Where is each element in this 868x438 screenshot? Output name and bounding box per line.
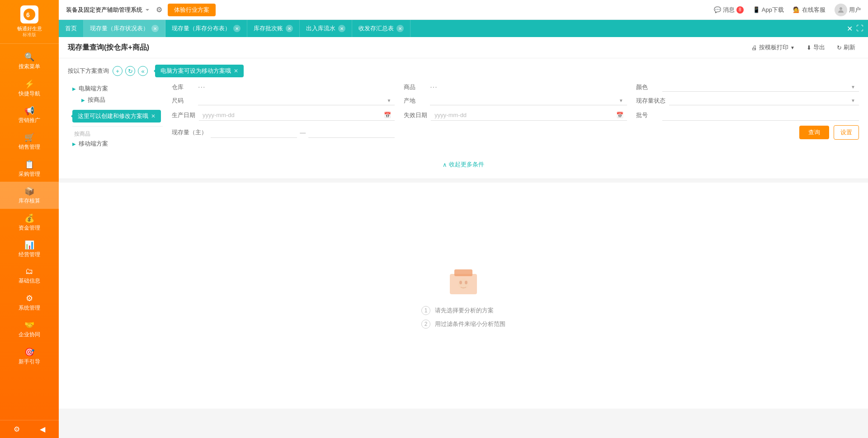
tab-inventory-dist-close[interactable]: ✕ <box>233 25 241 32</box>
refresh-label: 刷新 <box>844 43 855 52</box>
scheme-edit-tooltip-close[interactable]: ✕ <box>151 113 156 119</box>
tab-inventory-status-close[interactable]: ✕ <box>151 25 159 32</box>
tab-fullscreen-btn[interactable]: ⛶ <box>856 24 863 33</box>
header-left: 装备及固定资产辅助管理系统 ⚙ 体验行业方案 <box>66 4 216 16</box>
scheme-desktop-header[interactable]: ▶ 电脑端方案 <box>72 83 163 94</box>
scheme-mobile-tooltip-text: 电脑方案可设为移动方案哦 <box>160 67 231 75</box>
sidebar-item-system[interactable]: ⚙ 系统管理 <box>0 289 59 316</box>
sidebar-item-basic[interactable]: 🗂 基础信息 <box>0 262 59 288</box>
exp-date-input[interactable]: yyyy-mm-dd 📅 <box>431 110 627 121</box>
stock-min-input[interactable] <box>211 127 297 138</box>
empty-state: 1 请先选择要分析的方案 2 用过滤条件来缩小分析范围 <box>421 263 505 329</box>
sidebar-item-search[interactable]: 🔍 搜索菜单 <box>0 47 59 74</box>
app-download-label: App下载 <box>762 6 784 14</box>
sidebar-label-system: 系统管理 <box>19 305 40 311</box>
user-btn[interactable]: 用户 <box>835 4 861 16</box>
sales-icon: 🛒 <box>24 132 34 142</box>
prod-date-calendar-icon[interactable]: 📅 <box>384 112 391 118</box>
refresh-icon: ↻ <box>837 44 842 51</box>
sidebar-item-quick-nav[interactable]: ⚡ 快捷导航 <box>0 75 59 101</box>
chevron-right-icon-mobile: ▶ <box>72 141 76 146</box>
sidebar-item-operations[interactable]: 📊 经营管理 <box>0 235 59 262</box>
sidebar-collapse-btn[interactable]: ◀ <box>40 425 45 433</box>
tab-inventory-dist[interactable]: 现存量（库存分布表） ✕ <box>165 20 247 37</box>
color-select-arrow: ▼ <box>851 85 855 89</box>
batch-input[interactable] <box>662 110 859 121</box>
goods-dots[interactable]: ··· <box>430 83 437 91</box>
sidebar-item-enterprise[interactable]: 🤝 企业协同 <box>0 316 59 342</box>
sidebar-item-marketing[interactable]: 📢 营销推广 <box>0 101 59 128</box>
message-btn[interactable]: 💬 消息 8 <box>714 6 744 14</box>
color-select[interactable]: ▼ <box>662 83 859 92</box>
filter-warehouse: 仓库 ··· <box>172 83 395 91</box>
sidebar-label-marketing: 营销推广 <box>19 117 40 123</box>
scheme-edit-tooltip-text: 这里可以创建和修改方案哦 <box>78 112 148 120</box>
tab-inventory-status[interactable]: 现存量（库存状况表） ✕ <box>84 20 165 37</box>
stock-status-select[interactable]: ▼ <box>669 96 859 105</box>
filter-row-2: 尺码 ▼ 产地 ▼ <box>172 96 859 105</box>
system-icon: ⚙ <box>26 293 33 303</box>
system-selector[interactable]: 装备及固定资产辅助管理系统 <box>66 6 151 14</box>
sidebar-item-purchase[interactable]: 📋 采购管理 <box>0 155 59 182</box>
filter-header: 按以下方案查询 + ↻ « 电脑方案可设为移动方案哦 ✕ <box>68 65 859 77</box>
message-badge: 8 <box>736 6 744 14</box>
filter-add-btn[interactable]: + <box>113 66 123 76</box>
stock-max-input[interactable] <box>308 127 395 138</box>
sidebar-settings-btn[interactable]: ⚙ <box>14 425 20 433</box>
stock-range-sep: — <box>300 129 306 136</box>
empty-step-1: 1 请先选择要分析的方案 <box>421 306 505 315</box>
tab-home[interactable]: 首页 <box>59 20 84 37</box>
origin-label: 产地 <box>404 97 426 105</box>
export-btn[interactable]: ⬇ 导出 <box>803 42 829 53</box>
set-btn[interactable]: 设置 <box>834 125 859 140</box>
scheme-edit-tooltip-wrapper: 这里可以创建和修改方案哦 ✕ <box>72 110 163 122</box>
print-btn[interactable]: 🖨 按模板打印 ▼ <box>748 42 798 53</box>
scheme-desktop-sub[interactable]: ▶ 按商品 <box>81 94 163 105</box>
sidebar-item-finance[interactable]: 💰 资金管理 <box>0 209 59 235</box>
logo-text: 畅通好生意 <box>17 25 42 32</box>
sidebar-label-inventory: 库存核算 <box>19 198 40 204</box>
header-settings-btn[interactable]: ⚙ <box>156 5 162 14</box>
tab-close-all-btn[interactable]: ✕ <box>847 24 853 33</box>
color-label: 颜色 <box>636 83 659 91</box>
app-download-btn[interactable]: 📱 App下载 <box>753 6 784 14</box>
sidebar-item-newbie[interactable]: 🎯 新手引导 <box>0 343 59 369</box>
industry-btn[interactable]: 体验行业方案 <box>168 4 216 16</box>
online-service-btn[interactable]: 💁 在线客服 <box>793 6 826 14</box>
filter-refresh-scheme-btn[interactable]: ↻ <box>125 66 135 76</box>
filter-origin: 产地 ▼ <box>404 96 627 105</box>
prod-date-input[interactable]: yyyy-mm-dd 📅 <box>199 110 395 121</box>
finance-icon: 💰 <box>24 213 34 223</box>
tab-home-label: 首页 <box>65 24 77 33</box>
sidebar-label-quick-nav: 快捷导航 <box>19 90 40 97</box>
svg-point-6 <box>459 281 462 284</box>
message-icon: 💬 <box>714 6 721 13</box>
page-header-actions: 🖨 按模板打印 ▼ ⬇ 导出 ↻ 刷新 <box>748 42 859 53</box>
size-select[interactable]: ▼ <box>198 96 395 105</box>
origin-select[interactable]: ▼ <box>430 96 627 105</box>
tab-in-out-flow-close[interactable]: ✕ <box>338 25 345 32</box>
sidebar-item-inventory[interactable]: 📦 库存核算 <box>0 182 59 208</box>
tab-batch-ledger-label: 库存批次账 <box>254 24 283 33</box>
sidebar-logo: 6 畅通好生意 标准版 <box>0 0 59 44</box>
scheme-mobile-tooltip-close[interactable]: ✕ <box>234 68 238 74</box>
tab-batch-ledger[interactable]: 库存批次账 ✕ <box>247 20 300 37</box>
scheme-mobile-header[interactable]: ▶ 移动端方案 <box>72 138 163 150</box>
header-right: 💬 消息 8 📱 App下载 💁 在线客服 用户 <box>714 4 861 16</box>
tab-recv-summary-close[interactable]: ✕ <box>396 25 404 32</box>
tab-recv-summary[interactable]: 收发存汇总表 ✕ <box>352 20 410 37</box>
warehouse-dots[interactable]: ··· <box>198 83 205 91</box>
scheme-panel: ▶ 电脑端方案 ▶ 按商品 这里可以创建和修改方案哦 ✕ <box>72 83 163 152</box>
query-btn[interactable]: 查询 <box>799 126 829 139</box>
filter-collapse-btn[interactable]: ∧ 收起更多条件 <box>68 157 859 172</box>
prod-date-label: 生产日期 <box>172 111 195 119</box>
refresh-btn[interactable]: ↻ 刷新 <box>833 42 859 53</box>
exp-date-calendar-icon[interactable]: 📅 <box>616 112 623 118</box>
tab-in-out-flow[interactable]: 出入库流水 ✕ <box>300 20 352 37</box>
step-1-text: 请先选择要分析的方案 <box>435 306 494 315</box>
filter-back-btn[interactable]: « <box>138 66 148 76</box>
sidebar-item-sales[interactable]: 🛒 销售管理 <box>0 128 59 155</box>
stock-status-select-arrow: ▼ <box>851 98 855 103</box>
tab-batch-ledger-close[interactable]: ✕ <box>286 25 293 32</box>
print-dropdown-icon: ▼ <box>790 45 795 50</box>
